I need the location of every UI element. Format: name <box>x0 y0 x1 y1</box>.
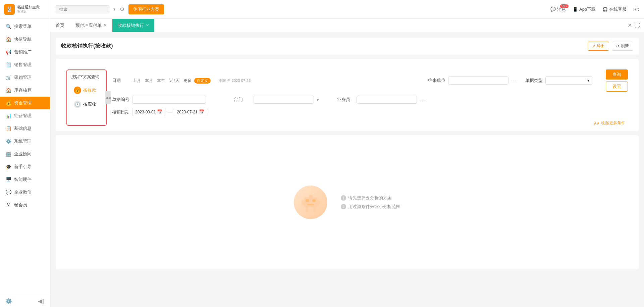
verify-date-field: 核销日期 2023-03-01 📅 — 2023-07-21 📅 <box>112 108 207 116</box>
svg-rect-5 <box>302 200 304 205</box>
sidebar-item-enterprise[interactable]: 🏢 企业协同 <box>0 148 50 160</box>
tab-receipt-verify-close-icon[interactable]: ✕ <box>146 23 149 28</box>
empty-robot-svg <box>299 191 322 214</box>
export-button[interactable]: ↗ 导出 <box>588 42 609 51</box>
dept-chevron-icon[interactable]: ▾ <box>317 97 319 102</box>
sidebar-item-finance[interactable]: 💰 资金管理 <box>0 97 50 109</box>
query-button[interactable]: 查询 <box>606 69 628 80</box>
app-badge: 标准版 <box>17 9 40 14</box>
tab-prepay[interactable]: 预付冲应付单 ✕ <box>70 19 112 32</box>
verify-date-end-input[interactable]: 2023-07-21 📅 <box>174 108 207 116</box>
hardware-icon: 🖥️ <box>5 177 11 182</box>
salesman-input[interactable] <box>357 96 417 104</box>
solution-button[interactable]: 休闲行业方案 <box>128 4 164 14</box>
filter-mode-selector: 按以下方案查询 💰 按收款 🕐 按应收 ◀◀ <box>66 69 107 126</box>
sidebar-item-member[interactable]: V 畅会员 <box>0 199 50 211</box>
user-name: Rit <box>633 7 639 12</box>
empty-tip-1-text: 请先选择要分析的方案 <box>348 195 392 201</box>
sidebar-item-search[interactable]: 🔍 搜索菜单 <box>0 20 50 33</box>
topbar-app-download[interactable]: 📱 App下载 <box>573 6 596 12</box>
settings-icon[interactable]: ⚙️ <box>5 298 12 304</box>
tabbar: 首页 预付冲应付单 ✕ 收款核销执行 ✕ ✕ ⛶ <box>50 19 644 32</box>
filter-option-receipt-label: 按收款 <box>83 87 96 93</box>
verify-date-end-value: 2023-07-21 <box>177 110 197 114</box>
date-opt-this-year[interactable]: 本年 <box>156 78 166 84</box>
counterparty-more-icon[interactable]: ··· <box>511 78 517 83</box>
enterprise-icon: 🏢 <box>5 151 11 157</box>
filter-option-by-receipt[interactable]: 💰 按收款 <box>71 85 102 95</box>
marketing-icon: 📢 <box>5 49 11 55</box>
date-opt-last-month[interactable]: 上月 <box>131 78 142 84</box>
sidebar-item-label: 企业微信 <box>14 189 32 195</box>
sidebar-item-basic[interactable]: 📋 基础信息 <box>0 122 50 135</box>
main-content-area: 1 请先选择要分析的方案 2 用过滤条件来缩小分析范围 <box>56 135 639 269</box>
sidebar-item-label: 企业协同 <box>14 151 32 157</box>
doc-type-select[interactable]: ▾ <box>545 76 592 85</box>
dept-input[interactable] <box>254 96 314 104</box>
filter-collapse-button[interactable]: ◀◀ <box>105 91 111 104</box>
calendar-start-icon: 📅 <box>157 109 162 114</box>
sidebar-item-wechat[interactable]: 💬 企业微信 <box>0 186 50 199</box>
sidebar-item-marketing[interactable]: 📢 营销推广 <box>0 46 50 58</box>
sidebar-item-hardware[interactable]: 🖥️ 智能硬件 <box>0 173 50 186</box>
sidebar-item-system[interactable]: ⚙️ 系统管理 <box>0 135 50 148</box>
setting-button[interactable]: 设置 <box>606 82 628 92</box>
inventory-icon: 🏠 <box>5 88 11 93</box>
logo-text-block: 畅捷通好生意 标准版 <box>17 5 40 14</box>
tab-prepay-close-icon[interactable]: ✕ <box>104 23 107 28</box>
sidebar-bottom: ⚙️ ◀‖ <box>0 295 50 307</box>
sidebar-item-guide[interactable]: 🎓 新手引导 <box>0 160 50 173</box>
sidebar-item-label: 经营管理 <box>14 113 32 119</box>
refresh-button[interactable]: ↺ 刷新 <box>612 42 633 51</box>
sidebar: 🐰 畅捷通好生意 标准版 🔍 搜索菜单 🏠 快捷导航 📢 营销推广 🗒️ 销售管… <box>0 0 50 307</box>
date-opt-custom[interactable]: 自定义 <box>194 78 211 84</box>
sidebar-item-label: 新手引导 <box>14 164 32 170</box>
topbar-gear-icon[interactable]: ⚙ <box>120 6 124 12</box>
sidebar-item-label: 库存核算 <box>14 87 32 93</box>
sidebar-item-operation[interactable]: 📊 经营管理 <box>0 109 50 122</box>
page-title: 收款核销执行(按收款) <box>61 43 113 50</box>
collapse-sidebar-icon[interactable]: ◀‖ <box>38 298 45 304</box>
app-name: 畅捷通好生意 <box>17 5 40 9</box>
date-opt-more[interactable]: 更多 <box>182 78 193 84</box>
receivable-icon: 🕐 <box>74 101 81 108</box>
date-no-limit-text: 不限 <box>219 79 226 83</box>
tab-fullscreen-icon[interactable]: ⛶ <box>635 22 640 29</box>
calendar-end-icon: 📅 <box>199 109 204 114</box>
sidebar-item-inventory[interactable]: 🏠 库存核算 <box>0 84 50 97</box>
sidebar-item-sales[interactable]: 🗒️ 销售管理 <box>0 58 50 71</box>
verify-date-start-input[interactable]: 2023-03-01 📅 <box>132 108 165 116</box>
sidebar-item-quick-nav[interactable]: 🏠 快捷导航 <box>0 33 50 46</box>
tab-close-all-icon[interactable]: ✕ <box>628 22 632 29</box>
counterparty-input[interactable] <box>448 76 508 85</box>
topbar-search-input[interactable] <box>56 5 109 13</box>
app-label: App下载 <box>579 6 596 12</box>
sidebar-item-purchase[interactable]: 🛒 采购管理 <box>0 71 50 84</box>
filter-section: 按以下方案查询 💰 按收款 🕐 按应收 ◀◀ <box>56 59 639 131</box>
doc-number-input[interactable] <box>132 96 206 104</box>
filter-row-1: 日期 上月 本月 本年 近7天 更多 自定义 不限 <box>112 69 628 92</box>
tab-receipt-verify[interactable]: 收款核销执行 ✕ <box>112 19 155 32</box>
topbar-service[interactable]: 🎧 在线客服 <box>602 6 627 12</box>
sidebar-item-label: 快捷导航 <box>14 36 32 42</box>
collapse-more-btn[interactable]: ∧∧ 收起更多条件 <box>112 120 628 126</box>
date-to-text: 至 2023-07-26 <box>227 79 251 83</box>
tab-home[interactable]: 首页 <box>50 19 70 32</box>
date-opt-this-month[interactable]: 本月 <box>144 78 154 84</box>
doc-type-chevron-icon: ▾ <box>587 78 589 83</box>
date-opt-7days[interactable]: 近7天 <box>168 78 181 84</box>
purchase-icon: 🛒 <box>5 75 11 80</box>
empty-illustration <box>294 186 327 219</box>
service-icon: 🎧 <box>602 7 608 12</box>
topbar-user[interactable]: Rit <box>633 7 639 12</box>
topbar-message[interactable]: 💬 消息 99+ <box>550 6 566 12</box>
filter-option-by-receivable[interactable]: 🕐 按应收 <box>71 99 102 109</box>
tab-receipt-verify-label: 收款核销执行 <box>118 22 144 29</box>
tip-num-1: 1 <box>341 195 346 201</box>
topbar-chevron-icon[interactable]: ▾ <box>113 7 116 12</box>
app-icon: 📱 <box>573 7 578 12</box>
topbar: ▾ ⚙ 休闲行业方案 💬 消息 99+ 📱 App下载 🎧 在线客服 Rit <box>50 0 644 19</box>
svg-rect-8 <box>313 207 316 212</box>
salesman-more-icon[interactable]: ··· <box>420 97 426 102</box>
wechat-icon: 💬 <box>5 190 11 195</box>
